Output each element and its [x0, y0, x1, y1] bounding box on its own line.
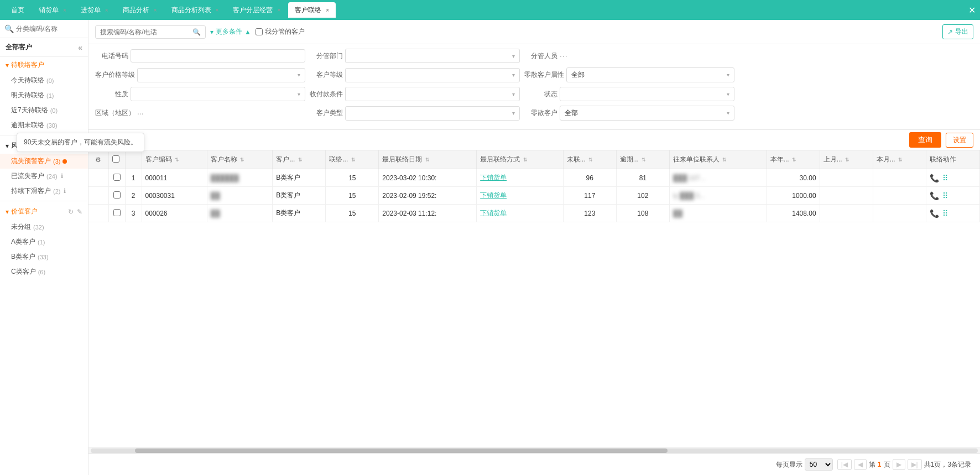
next-page-btn[interactable]: ▶ — [893, 459, 905, 470]
tab-analysis[interactable]: 商品分析 × — [116, 2, 164, 18]
prev-page-btn[interactable]: ◀ — [854, 459, 867, 470]
col-name[interactable]: 客户名称 ⇅ — [207, 150, 272, 169]
col-this-month[interactable]: 本月... ⇅ — [873, 150, 926, 169]
query-button[interactable]: 查询 — [909, 132, 941, 148]
export-button[interactable]: ↗ 导出 — [942, 24, 973, 39]
tab-customer-contact[interactable]: 客户联络 × — [288, 2, 336, 18]
tab-analysis-list[interactable]: 商品分析列表 × — [165, 2, 226, 18]
col-this-year[interactable]: 本年... ⇅ — [767, 150, 820, 169]
tab-analysis-list-close[interactable]: × — [216, 7, 219, 13]
col-code[interactable]: 客户编码 ⇅ — [142, 150, 207, 169]
action-phone-icon-2[interactable]: 📞 — [930, 209, 939, 218]
col-overdue[interactable]: 逾期... ⇅ — [616, 150, 669, 169]
tab-customer-segment-close[interactable]: × — [277, 7, 280, 13]
row-action-0[interactable]: 📞 ⠿ — [926, 169, 979, 187]
action-more-icon-1[interactable]: ⠿ — [942, 191, 948, 200]
last-page-btn[interactable]: ▶| — [908, 459, 922, 470]
tab-analysis-close[interactable]: × — [154, 7, 157, 13]
col-last-month[interactable]: 上月... ⇅ — [820, 150, 873, 169]
sidebar-group-value[interactable]: ▾ 价值客户 ↻ ✎ — [0, 203, 88, 220]
sidebar-group-pending[interactable]: ▾ 待联络客户 — [0, 57, 88, 73]
col-last-date[interactable]: 最后联络日期 ⇅ — [379, 150, 477, 169]
col-checkbox[interactable] — [108, 150, 125, 169]
filter-retail-customer-select[interactable]: 全部 ▾ — [560, 106, 734, 121]
row-checkbox-2[interactable] — [108, 205, 125, 222]
filter-phone-input[interactable] — [131, 49, 305, 62]
tab-customer-segment[interactable]: 客户分层经营 × — [226, 2, 287, 18]
search-field[interactable]: 🔍 — [95, 25, 206, 39]
tab-sales-close[interactable]: × — [63, 7, 66, 13]
page-nav: |◀ ◀ 第 1 页 ▶ ▶| 共1页，3条记录 — [837, 459, 971, 470]
sidebar-item-a-class[interactable]: A类客户 (1) — [0, 234, 88, 249]
sidebar-item-overdue-contact[interactable]: 逾期未联络 (30) — [0, 118, 88, 133]
sidebar-item-week-contact[interactable]: 近7天待联络 (0) — [0, 103, 88, 118]
tab-home[interactable]: 首页 — [4, 2, 31, 18]
filter-manager-dots[interactable]: ··· — [560, 51, 568, 60]
row-last-method-0[interactable]: 下销货单 — [477, 169, 564, 187]
sidebar-item-c-class[interactable]: C类客户 (6) — [0, 264, 88, 279]
filter-region-dots[interactable]: ··· — [137, 109, 144, 118]
filter-payment-select[interactable]: ▾ — [345, 87, 520, 101]
filter-price-level-select[interactable]: ▾ — [137, 68, 305, 82]
select-all-checkbox[interactable] — [112, 155, 119, 163]
filter-customer-level-select[interactable]: ▾ — [345, 68, 520, 82]
action-phone-icon-0[interactable]: 📞 — [930, 174, 939, 182]
row-type-2: B类客户 — [273, 205, 326, 222]
sidebar-all-customers-header[interactable]: 全部客户 « — [0, 38, 88, 57]
horizontal-scrollbar[interactable] — [88, 447, 980, 453]
row-action-1[interactable]: 📞 ⠿ — [926, 187, 979, 205]
col-gear[interactable]: ⚙ — [88, 150, 108, 169]
sidebar-item-ungroup[interactable]: 未分组 (32) — [0, 220, 88, 234]
filter-nature-select[interactable]: ▾ — [131, 87, 305, 101]
sidebar-item-churned[interactable]: 已流失客户 (24) ℹ — [0, 169, 88, 184]
search-input[interactable] — [100, 28, 190, 36]
col-not-contacted[interactable]: 未联... ⇅ — [563, 150, 616, 169]
filter-retail-attr-select[interactable]: 全部 ▾ — [566, 67, 734, 82]
customer-table: ⚙ 客户编码 ⇅ 客户名称 ⇅ 客户... ⇅ 联络... ⇅ 最后联络日期 ⇅… — [88, 150, 980, 222]
filter-dept-select[interactable]: ▾ — [345, 49, 520, 63]
edit-icon[interactable]: ✎ — [77, 208, 82, 216]
first-page-btn[interactable]: |◀ — [837, 459, 852, 470]
sidebar-item-churn-warning[interactable]: 流失预警客户 (3) — [0, 154, 88, 169]
row-last-method-2[interactable]: 下销货单 — [477, 205, 564, 222]
scroll-thumb[interactable] — [135, 448, 667, 453]
sidebar-item-declining-label: 持续下滑客户 — [11, 186, 51, 196]
sidebar-collapse-icon[interactable]: « — [78, 43, 82, 52]
filter-status-select[interactable]: ▾ — [560, 87, 734, 101]
row-last-method-1[interactable]: 下销货单 — [477, 187, 564, 205]
tab-close-all[interactable]: ✕ — [968, 5, 976, 15]
filter-search-icon[interactable]: 🔍 — [192, 28, 201, 36]
col-contact[interactable]: 联络... ⇅ — [326, 150, 379, 169]
refresh-icon[interactable]: ↻ — [68, 208, 74, 216]
my-customers-checkbox[interactable]: 我分管的客户 — [256, 27, 305, 36]
action-more-icon-0[interactable]: ⠿ — [942, 174, 948, 182]
tab-purchase[interactable]: 进货单 × — [74, 2, 115, 18]
more-conditions-btn[interactable]: ▾ 更多条件 ▲ — [210, 27, 251, 36]
row-action-2[interactable]: 📞 ⠿ — [926, 205, 979, 222]
sidebar-search-input[interactable] — [16, 25, 88, 33]
per-page-select[interactable]: 50 100 200 — [805, 458, 833, 471]
sidebar-item-today-contact[interactable]: 今天待联络 (0) — [0, 73, 88, 88]
action-phone-icon-1[interactable]: 📞 — [930, 191, 939, 200]
col-unit-contact[interactable]: 往来单位联系人 ⇅ — [669, 150, 767, 169]
row-last-month-2 — [820, 205, 873, 222]
tab-sales[interactable]: 销货单 × — [32, 2, 73, 18]
scroll-track[interactable] — [91, 448, 978, 453]
row-checkbox-0[interactable] — [108, 169, 125, 187]
filter-customer-type-select[interactable]: ▾ — [345, 106, 520, 121]
filter-payment-label: 收付款条件 — [310, 90, 343, 99]
col-last-method[interactable]: 最后联络方式 ⇅ — [477, 150, 564, 169]
tab-purchase-close[interactable]: × — [105, 7, 108, 13]
tab-bar: 首页 销货单 × 进货单 × 商品分析 × 商品分析列表 × 客户分层经营 × … — [0, 0, 980, 20]
action-more-icon-2[interactable]: ⠿ — [942, 209, 948, 218]
sidebar-item-tomorrow-count: (1) — [46, 92, 54, 99]
sidebar-item-b-class[interactable]: B类客户 (33) — [0, 249, 88, 264]
tab-customer-contact-close[interactable]: × — [326, 7, 329, 13]
sidebar-item-tomorrow-contact[interactable]: 明天待联络 (1) — [0, 88, 88, 103]
settings-button[interactable]: 设置 — [946, 133, 973, 148]
col-type[interactable]: 客户... ⇅ — [273, 150, 326, 169]
row-checkbox-1[interactable] — [108, 187, 125, 205]
sidebar-search-icon: 🔍 — [4, 24, 14, 33]
sidebar-item-declining[interactable]: 持续下滑客户 (2) ℹ — [0, 184, 88, 199]
my-customers-check[interactable] — [256, 28, 263, 35]
